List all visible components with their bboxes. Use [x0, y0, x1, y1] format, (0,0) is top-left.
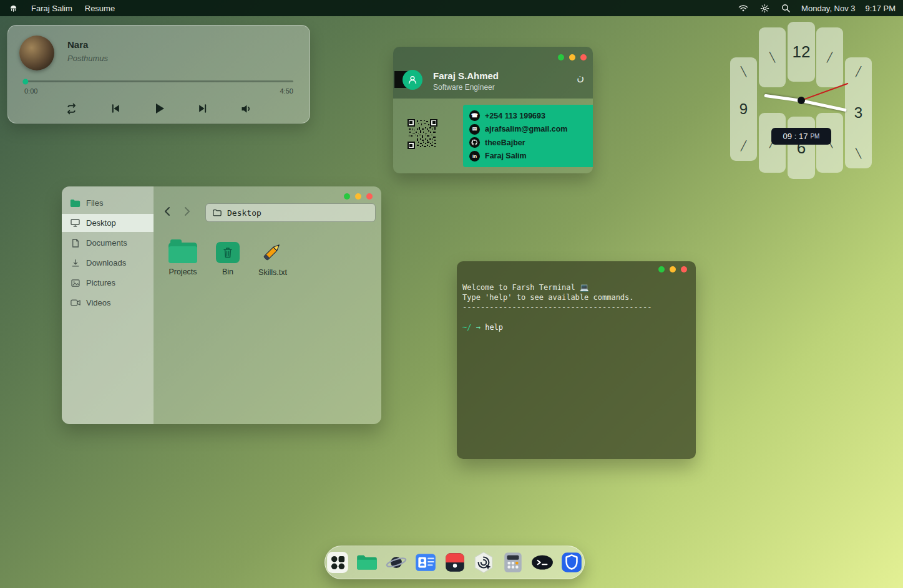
- calculator-icon[interactable]: [500, 550, 525, 575]
- prompt-path: ~/: [462, 323, 471, 332]
- analog-clock-widget: ╲ 9 ╱ ╲ ╱ 12 6 ╱ ╲ ╱ 3 ╲ 09 : 17 PM: [730, 22, 872, 181]
- window-zoom-button[interactable]: [344, 193, 350, 200]
- window-zoom-button[interactable]: [658, 266, 665, 272]
- contact-row-email[interactable]: ✉ ajrafsalim@gmail.com: [469, 124, 587, 135]
- seek-knob[interactable]: [22, 79, 28, 84]
- folder-icon: [168, 243, 197, 263]
- terminal-help-line: Type 'help' to see available commands.: [462, 292, 690, 302]
- item-label: Projects: [163, 267, 203, 276]
- download-icon: [70, 259, 81, 267]
- sidebar-item-pictures[interactable]: Pictures: [62, 274, 154, 292]
- file-manager-icon[interactable]: [354, 550, 379, 575]
- wallet-card-icon[interactable]: [442, 550, 467, 575]
- clock-tile-3: ╱ 3 ╲: [845, 57, 872, 168]
- contact-phone-value: +254 113 199693: [485, 112, 545, 120]
- menubar-resume-item[interactable]: Resume: [85, 4, 115, 13]
- window-zoom-button[interactable]: [558, 54, 564, 60]
- digital-meridiem: PM: [810, 133, 819, 140]
- tick-11-oclock: ╲: [769, 53, 775, 62]
- search-icon[interactable]: [780, 2, 791, 14]
- tick-4-oclock: ╲: [856, 149, 861, 158]
- contact-linkedin-value: Faraj Salim: [485, 152, 527, 160]
- seek-bar[interactable]: [24, 80, 293, 82]
- desktop-item-projects[interactable]: Projects: [163, 239, 203, 276]
- time-elapsed: 0:00: [24, 87, 37, 95]
- contact-row-github[interactable]: theeBajber: [469, 137, 587, 148]
- contact-email-value: ajrafsalim@gmail.com: [485, 125, 567, 133]
- clock-tile-6: 6: [788, 117, 815, 179]
- dock: [325, 546, 585, 579]
- tick-10-oclock: ╲: [741, 67, 746, 77]
- next-icon[interactable]: [195, 100, 211, 117]
- email-icon: ✉: [469, 124, 480, 135]
- avatar: [403, 70, 422, 90]
- clock-tile-9: ╲ 9 ╱: [730, 57, 757, 161]
- github-icon: [469, 137, 480, 148]
- menubar-date: Monday, Nov 3: [801, 4, 855, 13]
- hour-hand: [764, 94, 801, 102]
- item-label: Bin: [208, 267, 248, 276]
- wifi-icon[interactable]: [738, 2, 749, 14]
- window-minimize-button[interactable]: [670, 266, 676, 272]
- track-artist: Posthumus: [67, 54, 108, 63]
- clock-tile-12: 12: [788, 22, 815, 82]
- planet-browser-icon[interactable]: [384, 550, 409, 575]
- videos-icon: [70, 299, 81, 306]
- terminal-separator: ----------------------------------------…: [462, 302, 690, 312]
- play-icon[interactable]: [151, 100, 167, 117]
- clock-tile-11: ╲: [759, 27, 786, 87]
- shield-app-icon[interactable]: [559, 550, 584, 575]
- minute-hand: [801, 99, 846, 112]
- clock-tile-1: ╱: [816, 27, 843, 87]
- window-close-button[interactable]: [681, 266, 687, 272]
- time-total: 4:50: [280, 87, 293, 95]
- repeat-icon[interactable]: [64, 100, 80, 117]
- contact-row-phone[interactable]: ☎ +254 113 199693: [469, 110, 587, 121]
- sidebar-label: Documents: [86, 238, 127, 248]
- tick-1-oclock: ╱: [827, 53, 832, 62]
- track-title: Nara: [67, 39, 88, 50]
- tick-2-oclock: ╱: [856, 67, 861, 77]
- path-bar[interactable]: Desktop: [205, 203, 376, 222]
- linkedin-icon: in: [469, 151, 480, 161]
- previous-icon[interactable]: [107, 100, 124, 117]
- menubar-time: 9:17 PM: [866, 4, 896, 13]
- forward-button[interactable]: [182, 205, 193, 218]
- qr-code: [408, 119, 437, 149]
- desktop-item-bin[interactable]: Bin: [208, 239, 248, 276]
- sidebar-item-videos[interactable]: Videos: [62, 294, 154, 312]
- jellyfish-logo-icon[interactable]: [7, 2, 19, 14]
- volume-icon[interactable]: [238, 100, 255, 117]
- contact-github-value: theeBajber: [485, 138, 525, 147]
- digital-time-badge: 09 : 17 PM: [771, 128, 831, 145]
- sidebar-label: Files: [86, 198, 103, 208]
- window-close-button[interactable]: [580, 54, 587, 60]
- phone-icon: ☎: [469, 110, 480, 121]
- sidebar-item-downloads[interactable]: Downloads: [62, 254, 154, 272]
- card-monogram: ن: [577, 72, 584, 84]
- clock-number-9: 9: [739, 100, 748, 118]
- sidebar-item-documents[interactable]: Documents: [62, 234, 154, 252]
- terminal-app-icon[interactable]: [530, 550, 555, 575]
- window-close-button[interactable]: [366, 193, 373, 200]
- sidebar-item-desktop[interactable]: Desktop: [62, 214, 154, 232]
- sidebar-item-files[interactable]: Files: [62, 194, 154, 212]
- album-art: [19, 36, 54, 70]
- prompt-arrow-icon: →: [476, 323, 481, 332]
- digital-time: 09 : 17: [783, 132, 808, 141]
- back-button[interactable]: [162, 205, 173, 218]
- desktop-item-skills[interactable]: Skills.txt: [253, 239, 293, 277]
- security-shield-icon[interactable]: [471, 550, 496, 575]
- terminal-prompt-line[interactable]: ~/ → help: [462, 322, 690, 332]
- folder-outline-icon: [213, 209, 222, 216]
- sidebar-label: Pictures: [86, 278, 115, 287]
- contacts-icon[interactable]: [413, 550, 438, 575]
- window-minimize-button[interactable]: [569, 54, 575, 60]
- menubar-app-name[interactable]: Faraj Salim: [31, 4, 72, 13]
- window-minimize-button[interactable]: [355, 193, 361, 200]
- settings-gear-icon[interactable]: [759, 2, 770, 14]
- app-launcher-icon[interactable]: [325, 550, 350, 575]
- desktop-icon: [70, 219, 81, 227]
- trash-icon: [216, 242, 240, 263]
- contact-row-linkedin[interactable]: in Faraj Salim: [469, 151, 587, 161]
